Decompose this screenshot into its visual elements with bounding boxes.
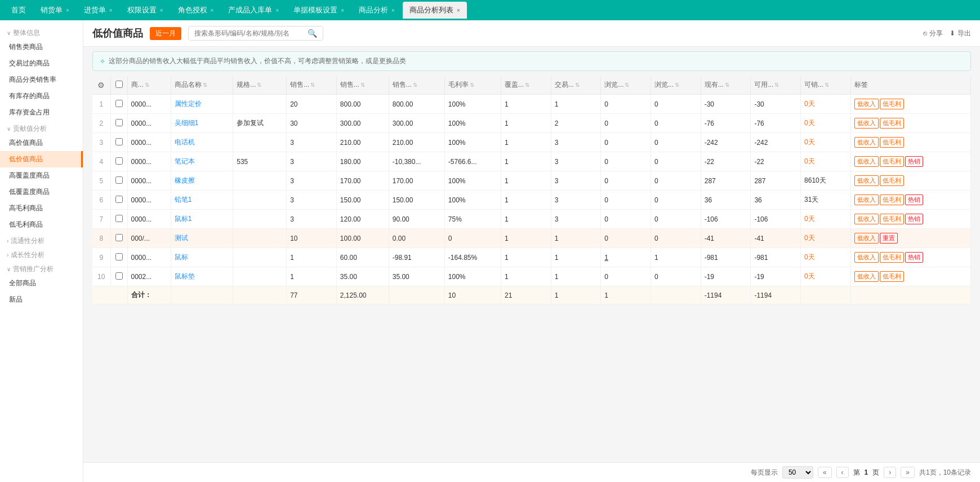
total-col6: 77 — [287, 286, 337, 304]
row-number: 1 — [92, 95, 110, 114]
product-name[interactable]: 鼠标 — [171, 248, 233, 267]
nav-purchase-order[interactable]: 进货单 × — [77, 2, 119, 19]
product-name[interactable]: 鼠标垫 — [171, 267, 233, 286]
sidebar-group-growth[interactable]: › 成长性分析 — [0, 247, 83, 261]
row-checkbox[interactable] — [115, 215, 123, 222]
product-spec: 535 — [233, 152, 287, 171]
info-icon: ✧ — [100, 58, 105, 65]
nav-close-icon[interactable]: × — [457, 7, 460, 14]
nav-close-icon[interactable]: × — [211, 7, 214, 14]
row-checkbox[interactable] — [115, 196, 123, 203]
export-button[interactable]: ⬇ 导出 — [950, 29, 971, 38]
total-days — [801, 286, 851, 304]
nav-sales-order[interactable]: 销货单 × — [34, 2, 76, 19]
select-all-header[interactable] — [110, 76, 127, 95]
nav-close-icon[interactable]: × — [160, 7, 163, 14]
sidebar-item-low-margin[interactable]: 低毛利商品 — [0, 216, 83, 233]
sidebar-item-traded-products[interactable]: 交易过的商品 — [0, 55, 83, 72]
nav-close-icon[interactable]: × — [391, 7, 395, 14]
product-name[interactable]: 鼠标1 — [171, 210, 233, 229]
nav-product-analysis-list[interactable]: 商品分析列表 × — [403, 2, 467, 19]
nav-role-auth[interactable]: 角色授权 × — [171, 2, 221, 19]
search-input[interactable] — [194, 29, 304, 37]
row-checkbox[interactable] — [115, 138, 123, 145]
sidebar-item-low-value[interactable]: 低价值商品 — [0, 151, 83, 167]
prev-page-button[interactable]: ‹ — [836, 467, 849, 478]
nav-close-icon[interactable]: × — [341, 7, 344, 14]
row-checkbox-cell[interactable] — [110, 133, 127, 152]
row-checkbox-cell[interactable] — [110, 191, 127, 210]
nav-close-icon[interactable]: × — [66, 7, 69, 14]
nav-product-storage[interactable]: 产成品入库单 × — [221, 2, 286, 19]
row-checkbox[interactable] — [115, 157, 123, 165]
sidebar-item-low-coverage[interactable]: 低覆盖度商品 — [0, 184, 83, 200]
sidebar-item-sales-products[interactable]: 销售类商品 — [0, 39, 83, 55]
nav-close-icon[interactable]: × — [275, 7, 279, 14]
product-name[interactable]: 属性定价 — [171, 95, 233, 114]
product-name[interactable]: 橡皮擦 — [171, 171, 233, 191]
browse-link[interactable]: 1 — [604, 254, 608, 262]
row-checkbox[interactable] — [115, 176, 123, 184]
row-checkbox[interactable] — [115, 253, 123, 260]
coverage-column-header: 覆盖...⇅ — [501, 76, 551, 95]
sales-amount: 170.00 — [336, 171, 389, 191]
row-checkbox-cell[interactable] — [110, 267, 127, 286]
nav-close-icon[interactable]: × — [109, 7, 113, 14]
tag: 热销 — [905, 194, 923, 205]
last-page-button[interactable]: » — [901, 467, 915, 478]
row-checkbox-cell[interactable] — [110, 210, 127, 229]
sidebar-item-category-sales-rate[interactable]: 商品分类销售率 — [0, 72, 83, 88]
row-checkbox-cell[interactable] — [110, 248, 127, 267]
sidebar-group-circulation[interactable]: › 流通性分析 — [0, 233, 83, 247]
share-button[interactable]: ⎋ 分享 — [923, 29, 943, 38]
sidebar-item-stocked-products[interactable]: 有库存的商品 — [0, 88, 83, 104]
sales-profit: -98.91 — [389, 248, 444, 267]
product-name[interactable]: 电话机 — [171, 133, 233, 152]
row-checkbox-cell[interactable] — [110, 114, 127, 133]
product-tags: 低收入低毛利热销 — [850, 191, 970, 210]
next-page-button[interactable]: › — [884, 467, 896, 478]
nav-template-settings[interactable]: 单据模板设置 × — [287, 2, 351, 19]
sidebar-group-overall[interactable]: ∨ 整体信息 — [0, 25, 83, 39]
row-checkbox[interactable] — [115, 234, 123, 241]
settings-icon[interactable]: ⚙ — [97, 81, 105, 90]
nav-product-analysis[interactable]: 商品分析 × — [352, 2, 402, 19]
row-checkbox-cell[interactable] — [110, 152, 127, 171]
sidebar-item-high-margin[interactable]: 高毛利商品 — [0, 200, 83, 216]
first-page-button[interactable]: « — [818, 467, 832, 478]
row-checkbox-cell[interactable] — [110, 229, 127, 248]
page-size-select[interactable]: 50 100 200 — [782, 466, 813, 479]
current-stock: 287 — [701, 171, 751, 191]
row-checkbox[interactable] — [115, 100, 123, 107]
settings-column-header[interactable]: ⚙ — [92, 76, 110, 95]
product-name[interactable]: 铅笔1 — [171, 191, 233, 210]
period-button[interactable]: 近一月 — [150, 27, 181, 40]
nav-permission[interactable]: 权限设置 × — [121, 2, 170, 19]
table-row: 4 0000... 笔记本 535 3 180.00 -10,380... -5… — [92, 152, 971, 171]
sidebar-group-marketing[interactable]: ∨ 营销推广分析 — [0, 261, 83, 275]
sidebar-item-all-products[interactable]: 全部商品 — [0, 275, 83, 291]
nav-home[interactable]: 首页 — [5, 2, 33, 19]
row-checkbox[interactable] — [115, 272, 123, 280]
sidebar-group-contribution[interactable]: ∨ 贡献值分析 — [0, 121, 83, 135]
product-name[interactable]: 测试 — [171, 229, 233, 248]
sidebar-item-new-products[interactable]: 新品 — [0, 291, 83, 308]
sidebar-item-stock-capital[interactable]: 库存资金占用 — [0, 104, 83, 121]
sidebar-item-high-coverage[interactable]: 高覆盖度商品 — [0, 167, 83, 184]
product-name[interactable]: 吴细细1 — [171, 114, 233, 133]
sellable-days: 0天 — [801, 267, 851, 286]
search-icon[interactable]: 🔍 — [308, 29, 317, 38]
row-checkbox[interactable] — [115, 119, 123, 126]
product-code: 0000... — [127, 133, 171, 152]
sales-qty: 3 — [287, 210, 337, 229]
product-spec — [233, 210, 287, 229]
select-all-checkbox[interactable] — [115, 81, 123, 88]
coverage: 1 — [501, 114, 551, 133]
row-checkbox-cell[interactable] — [110, 171, 127, 191]
tags-column-header: 标签 — [850, 76, 970, 95]
product-name[interactable]: 笔记本 — [171, 152, 233, 171]
sidebar-item-high-value[interactable]: 高价值商品 — [0, 135, 83, 151]
row-number: 8 — [92, 229, 110, 248]
row-checkbox-cell[interactable] — [110, 95, 127, 114]
sales-amount: 35.00 — [336, 267, 389, 286]
